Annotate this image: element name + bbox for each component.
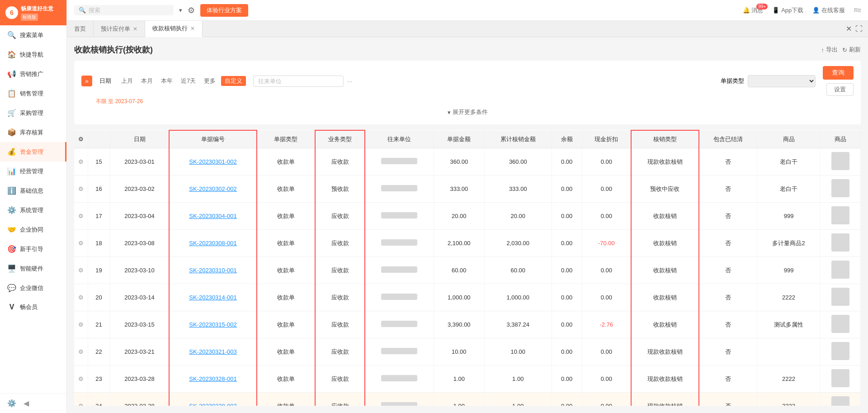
date-btn-more[interactable]: 更多 — [201, 76, 218, 86]
table-row: ⚙ 24 2023-03-28 SK-20230328-002 收款单 应收款 … — [74, 393, 861, 406]
collapse-icon[interactable]: ◀ — [24, 399, 29, 408]
search-bar[interactable]: 🔍 — [74, 5, 174, 15]
tab-receipt-verify[interactable]: 收款核销执行 ✕ — [145, 21, 203, 37]
sidebar-menu: 🔍 搜索菜单 🏠 快捷导航 📢 营销推广 📋 销售管理 🛒 采购管理 📦 库存核… — [0, 25, 66, 393]
cell-product2 — [820, 148, 860, 176]
sidebar-item-basic[interactable]: ℹ️ 基础信息 — [0, 181, 66, 200]
search-input[interactable] — [89, 7, 152, 14]
cell-product2 — [820, 366, 860, 393]
cell-amount: 1.00 — [434, 393, 484, 406]
doc-no-link[interactable]: SK-20230301-002 — [189, 158, 237, 165]
cell-doc-type: 收款单 — [257, 176, 316, 203]
sidebar-item-inventory[interactable]: 📦 库存核算 — [0, 123, 66, 142]
date-btn-last-month[interactable]: 上月 — [118, 76, 136, 86]
sidebar-item-shortcut[interactable]: 🏠 快捷导航 — [0, 45, 66, 64]
doc-no-link[interactable]: SK-20230321-003 — [189, 348, 237, 355]
tab-payable[interactable]: 预计应付单 ✕ — [94, 21, 145, 37]
cell-product: 999 — [757, 203, 820, 230]
tab-payable-close[interactable]: ✕ — [133, 26, 137, 32]
doc-no-link[interactable]: SK-20230310-001 — [189, 267, 237, 274]
cell-verify-type: 收款核销 — [631, 257, 699, 284]
cell-settings[interactable]: ⚙ — [74, 284, 88, 311]
tab-close-all-btn[interactable]: ✕ — [846, 24, 852, 33]
chevron-down-icon: ▾ — [448, 109, 451, 116]
doc-no-link[interactable]: SK-20230304-001 — [189, 213, 237, 219]
basic-icon: ℹ️ — [7, 186, 16, 195]
tab-receipt-close[interactable]: ✕ — [190, 25, 195, 32]
table-row: ⚙ 20 2023-03-14 SK-20230314-001 收款单 应收款 … — [74, 284, 861, 311]
app-download-btn[interactable]: 📱 App下载 — [772, 6, 803, 14]
cell-settings[interactable]: ⚙ — [74, 366, 88, 393]
sidebar-item-label: 基础信息 — [20, 187, 43, 195]
date-btn-this-month[interactable]: 本月 — [138, 76, 156, 86]
dropdown-toggle[interactable]: ▾ — [179, 7, 182, 14]
cell-amount: 2,100.00 — [434, 230, 484, 257]
cell-date: 2023-03-01 — [110, 148, 169, 176]
sidebar-item-member[interactable]: V 畅会员 — [0, 298, 66, 317]
sidebar-item-operations[interactable]: 📊 经营管理 — [0, 161, 66, 181]
gear-btn[interactable]: ⚙ — [188, 5, 195, 15]
cell-discount: 0.00 — [582, 148, 631, 176]
sidebar-item-marketing[interactable]: 📢 营销推广 — [0, 64, 66, 84]
cell-product2 — [820, 338, 860, 366]
cell-settings[interactable]: ⚙ — [74, 176, 88, 203]
filter-collapse-btn[interactable]: » — [81, 76, 92, 86]
sidebar-item-sales[interactable]: 📋 销售管理 — [0, 84, 66, 103]
query-button[interactable]: 查询 — [823, 66, 854, 80]
table-wrapper[interactable]: ⚙ 日期 单据编号 单据类型 业务类型 往来单位 单据金额 累计核销金额 余额 … — [74, 130, 861, 406]
cell-product: 测试多属性 — [757, 311, 820, 338]
tab-home[interactable]: 首页 — [67, 21, 94, 37]
expand-more-btn[interactable]: ▾ 展开更多条件 — [81, 105, 854, 119]
sidebar-item-search[interactable]: 🔍 搜索菜单 — [0, 25, 66, 45]
doc-no-link[interactable]: SK-20230302-002 — [189, 185, 237, 192]
cell-verify-type: 收款核销 — [631, 284, 699, 311]
sidebar-item-enterprise[interactable]: 🤝 企业协同 — [0, 220, 66, 239]
hardware-icon: 🖥️ — [7, 264, 16, 273]
date-btn-7days[interactable]: 近7天 — [178, 76, 198, 86]
cell-settings[interactable]: ⚙ — [74, 338, 88, 366]
cell-settings[interactable]: ⚙ — [74, 393, 88, 406]
cell-settings[interactable]: ⚙ — [74, 230, 88, 257]
member-icon: V — [7, 303, 16, 311]
cell-doc-no: SK-20230328-002 — [169, 393, 256, 406]
date-btn-custom[interactable]: 自定义 — [221, 76, 246, 86]
doc-no-link[interactable]: SK-20230328-001 — [189, 375, 237, 382]
sidebar-item-guide[interactable]: 🎯 新手引导 — [0, 239, 66, 259]
tab-expand-btn[interactable]: ⛶ — [855, 25, 863, 33]
service-btn[interactable]: 👤 在线客服 — [812, 6, 845, 14]
table-row: ⚙ 19 2023-03-10 SK-20230310-001 收款单 应收款 … — [74, 257, 861, 284]
filter-bar: » 日期 上月 本月 本年 近7天 更多 自定义 ··· 单据类型 — [74, 61, 861, 124]
doc-no-link[interactable]: SK-20230314-001 — [189, 294, 237, 301]
notification-btn[interactable]: 🔔 消息 99+ — [743, 6, 764, 14]
cell-biz-type: 应收款 — [315, 284, 364, 311]
cell-row-no: 17 — [88, 203, 110, 230]
cell-product2 — [820, 257, 860, 284]
settings-bottom-icon[interactable]: ⚙️ — [7, 399, 16, 408]
date-btn-this-year[interactable]: 本年 — [158, 76, 175, 86]
cell-date: 2023-03-04 — [110, 203, 169, 230]
th-product: 商品 — [757, 130, 820, 148]
partner-input[interactable] — [253, 76, 344, 87]
sidebar-item-system[interactable]: ⚙️ 系统管理 — [0, 200, 66, 220]
sidebar-item-purchase[interactable]: 🛒 采购管理 — [0, 103, 66, 123]
sidebar-item-wechat[interactable]: 💬 企业微信 — [0, 278, 66, 298]
cell-discount: 0.00 — [582, 338, 631, 366]
doc-no-link[interactable]: SK-20230308-001 — [189, 240, 237, 247]
settings-button[interactable]: 设置 — [826, 83, 854, 96]
sidebar-item-label: 营销推广 — [20, 70, 43, 78]
table-row: ⚙ 23 2023-03-28 SK-20230328-001 收款单 应收款 … — [74, 366, 861, 393]
sidebar-item-hardware[interactable]: 🖥️ 智能硬件 — [0, 259, 66, 278]
refresh-btn[interactable]: ↻ 刷新 — [842, 46, 861, 54]
cell-settings[interactable]: ⚙ — [74, 148, 88, 176]
cell-settings[interactable]: ⚙ — [74, 311, 88, 338]
solution-button[interactable]: 体验行业方案 — [200, 4, 248, 17]
doc-no-link[interactable]: SK-20230315-002 — [189, 321, 237, 328]
cell-settings[interactable]: ⚙ — [74, 257, 88, 284]
cell-settings[interactable]: ⚙ — [74, 203, 88, 230]
sidebar-item-finance[interactable]: 💰 资金管理 — [0, 142, 66, 161]
cell-verify-type: 收款核销 — [631, 311, 699, 338]
export-btn[interactable]: ↑ 导出 — [821, 46, 838, 54]
th-settings[interactable]: ⚙ — [74, 130, 88, 148]
doc-no-link[interactable]: SK-20230328-002 — [189, 403, 237, 406]
doc-type-select[interactable] — [748, 75, 816, 87]
